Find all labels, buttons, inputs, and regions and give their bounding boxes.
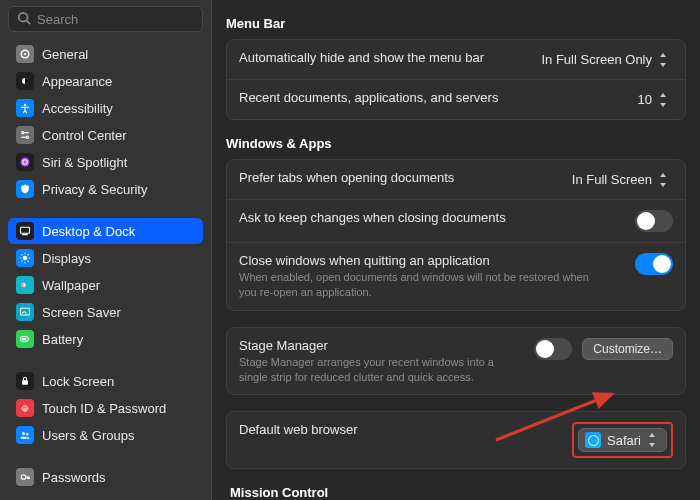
search-field[interactable]: [8, 6, 203, 32]
battery-icon: [16, 330, 34, 348]
sidebar-item-wallpaper[interactable]: Wallpaper: [8, 272, 203, 298]
row-stage-manager: Stage Manager Stage Manager arranges you…: [227, 328, 685, 395]
sidebar-item-control-center[interactable]: Control Center: [8, 122, 203, 148]
siri-spotlight-icon: [16, 153, 34, 171]
svg-point-3: [24, 53, 26, 55]
annotation-highlight: Safari: [572, 422, 673, 458]
sidebar-item-label: Touch ID & Password: [42, 401, 166, 416]
desktop-dock-icon: [16, 222, 34, 240]
accessibility-icon: [16, 99, 34, 117]
displays-icon: [16, 249, 34, 267]
popup-autohide-menubar[interactable]: In Full Screen Only: [537, 50, 673, 69]
row-ask-keep: Ask to keep changes when closing documen…: [227, 199, 685, 242]
label-autohide-menubar: Automatically hide and show the menu bar: [239, 50, 525, 65]
svg-point-5: [24, 104, 26, 106]
sidebar-item-users-groups[interactable]: Users & Groups: [8, 422, 203, 448]
sidebar-item-label: Displays: [42, 251, 91, 266]
sidebar-item-touch-id-password[interactable]: Touch ID & Password: [8, 395, 203, 421]
sidebar-item-label: Privacy & Security: [42, 182, 147, 197]
svg-point-10: [21, 158, 30, 167]
row-close-windows: Close windows when quitting an applicati…: [227, 242, 685, 310]
wallpaper-icon: [16, 276, 34, 294]
users-groups-icon: [16, 426, 34, 444]
chevrons-icon: [647, 433, 658, 447]
svg-rect-26: [28, 338, 29, 340]
group-menubar: Automatically hide and show the menu bar…: [226, 39, 686, 120]
sidebar-item-label: Desktop & Dock: [42, 224, 135, 239]
sidebar-item-label: Control Center: [42, 128, 127, 143]
sidebar-item-label: Passwords: [42, 470, 106, 485]
svg-line-20: [28, 261, 29, 262]
svg-line-19: [21, 254, 22, 255]
svg-point-14: [23, 256, 28, 261]
row-default-browser: Default web browser Safari: [227, 412, 685, 468]
safari-icon: [585, 432, 601, 448]
svg-point-30: [26, 433, 29, 436]
sidebar-item-label: Wallpaper: [42, 278, 100, 293]
row-recents: Recent documents, applications, and serv…: [227, 79, 685, 119]
svg-rect-13: [22, 234, 28, 235]
sidebar-item-privacy-security[interactable]: Privacy & Security: [8, 176, 203, 202]
main-content: Menu Bar Automatically hide and show the…: [212, 0, 700, 500]
sidebar-item-label: Siri & Spotlight: [42, 155, 127, 170]
sidebar-list: GeneralAppearanceAccessibilityControl Ce…: [0, 40, 211, 500]
svg-rect-12: [21, 227, 30, 233]
search-icon: [17, 11, 31, 28]
privacy-security-icon: [16, 180, 34, 198]
toggle-close-windows[interactable]: [635, 253, 673, 275]
sidebar-item-label: Screen Saver: [42, 305, 121, 320]
toggle-ask-keep[interactable]: [635, 210, 673, 232]
svg-point-8: [26, 136, 28, 138]
chevrons-icon: [658, 53, 669, 67]
sidebar-item-label: Appearance: [42, 74, 112, 89]
row-prefer-tabs: Prefer tabs when opening documents In Fu…: [227, 160, 685, 199]
group-windowsapps-1: Prefer tabs when opening documents In Fu…: [226, 159, 686, 311]
svg-line-21: [21, 261, 22, 262]
svg-line-22: [28, 254, 29, 255]
popup-recents[interactable]: 10: [634, 90, 673, 109]
svg-point-6: [22, 132, 24, 134]
control-center-icon: [16, 126, 34, 144]
sidebar-item-label: Users & Groups: [42, 428, 134, 443]
row-autohide-menubar: Automatically hide and show the menu bar…: [227, 40, 685, 79]
toggle-stage-manager[interactable]: [534, 338, 572, 360]
group-stage-manager: Stage Manager Stage Manager arranges you…: [226, 327, 686, 396]
sidebar-item-passwords[interactable]: Passwords: [8, 464, 203, 490]
search-input[interactable]: [37, 12, 205, 27]
sidebar-item-general[interactable]: General: [8, 41, 203, 67]
svg-point-29: [22, 432, 25, 435]
sidebar-item-lock-screen[interactable]: Lock Screen: [8, 368, 203, 394]
popup-prefer-tabs[interactable]: In Full Screen: [568, 170, 673, 189]
section-title-windowsapps: Windows & Apps: [226, 136, 686, 151]
sidebar-item-label: Battery: [42, 332, 83, 347]
touch-id-password-icon: [16, 399, 34, 417]
chevrons-icon: [658, 93, 669, 107]
sidebar-item-appearance[interactable]: Appearance: [8, 68, 203, 94]
passwords-icon: [16, 468, 34, 486]
sidebar-item-siri-spotlight[interactable]: Siri & Spotlight: [8, 149, 203, 175]
lock-screen-icon: [16, 372, 34, 390]
label-recents: Recent documents, applications, and serv…: [239, 90, 622, 105]
popup-default-browser[interactable]: Safari: [578, 428, 667, 452]
svg-line-1: [27, 20, 31, 24]
screen-saver-icon: [16, 303, 34, 321]
mission-control-title: Mission Control: [230, 485, 682, 500]
section-title-menubar: Menu Bar: [226, 16, 686, 31]
sidebar-item-label: General: [42, 47, 88, 62]
svg-rect-28: [22, 380, 28, 385]
sidebar-item-battery[interactable]: Battery: [8, 326, 203, 352]
chevrons-icon: [658, 173, 669, 187]
sidebar-item-screen-saver[interactable]: Screen Saver: [8, 299, 203, 325]
customize-button[interactable]: Customize…: [582, 338, 673, 360]
sidebar-item-displays[interactable]: Displays: [8, 245, 203, 271]
sidebar-item-desktop-dock[interactable]: Desktop & Dock: [8, 218, 203, 244]
appearance-icon: [16, 72, 34, 90]
sidebar: GeneralAppearanceAccessibilityControl Ce…: [0, 0, 212, 500]
sidebar-item-accessibility[interactable]: Accessibility: [8, 95, 203, 121]
svg-point-31: [21, 475, 26, 480]
svg-point-0: [19, 12, 28, 21]
group-default-browser: Default web browser Safari: [226, 411, 686, 469]
sidebar-item-label: Accessibility: [42, 101, 113, 116]
svg-rect-27: [22, 338, 27, 340]
sidebar-item-label: Lock Screen: [42, 374, 114, 389]
